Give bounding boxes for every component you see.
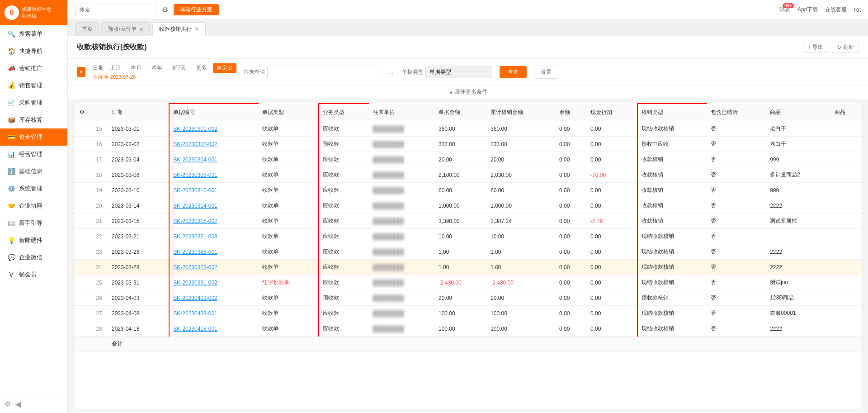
cell-voucher-no[interactable]: SK-20230308-001 — [169, 167, 259, 183]
filter-expand-toggle[interactable]: » — [77, 67, 85, 77]
tab-collection[interactable]: 收款核销执行✕ — [152, 22, 206, 36]
settings-bottom-icon[interactable]: ⚙ — [5, 400, 11, 408]
sidebar-item-sales[interactable]: 💰销售管理 — [0, 77, 67, 94]
messages-icon-wrap[interactable]: 消息 99+ — [779, 6, 790, 14]
date-custom[interactable]: 自定义 — [213, 63, 236, 73]
cell-date: 2023-04-08 — [108, 306, 169, 321]
sidebar-item-guide[interactable]: 📖新手引导 — [0, 214, 67, 232]
sidebar-item-marketing[interactable]: 📣营销推广 — [0, 60, 67, 77]
cell-cash-discount: 0.00 — [587, 275, 637, 290]
th-verify-type: 核销类型 — [637, 104, 707, 121]
cell-goods — [766, 229, 831, 244]
cell-goods2 — [831, 167, 862, 183]
cell-balance: 0.00 — [556, 244, 587, 260]
cell-voucher-no[interactable]: SK-20230310-001 — [169, 183, 259, 198]
topbar-gear-icon[interactable]: ⚙ — [162, 5, 168, 14]
collapse-icon[interactable]: ◀ — [15, 400, 21, 408]
table-row: 282023-04-18SK-20230418-001收款单应收款███████… — [74, 321, 862, 337]
cell-date: 2023-03-28 — [108, 244, 169, 260]
solution-button[interactable]: 体验行业方案 — [174, 4, 219, 15]
online-service-link[interactable]: 在线客服 — [825, 6, 847, 14]
sidebar-item-member[interactable]: V畅会员 — [0, 266, 67, 283]
table-row: 252023-03-31SK-20230331-002红字收款单应收款█████… — [74, 275, 862, 290]
cell-index: 15 — [90, 121, 108, 137]
sidebar-item-purchase[interactable]: 🛒采购管理 — [0, 94, 67, 111]
cell-voucher-no[interactable]: SK-20230301-002 — [169, 121, 259, 137]
sidebar-item-inventory[interactable]: 📦库存核算 — [0, 111, 67, 128]
sidebar-item-basic[interactable]: ℹ️基础信息 — [0, 163, 67, 180]
app-download-link[interactable]: App下载 — [797, 6, 818, 14]
voucher-type-label: 单据类型 — [402, 68, 424, 76]
sidebar-item-corp[interactable]: 🤝企业协同 — [0, 197, 67, 214]
cell-amount: 1.00 — [435, 260, 487, 275]
sidebar-item-operations[interactable]: 📊经营管理 — [0, 146, 67, 163]
refresh-button[interactable]: ↻ 刷新 — [832, 42, 859, 53]
expand-conditions-btn[interactable]: ∨ 展开更多条件 — [449, 88, 487, 96]
user-name: Rit — [854, 7, 861, 13]
tab-close-prepay[interactable]: ✕ — [139, 26, 144, 33]
query-button[interactable]: 查询 — [500, 66, 527, 78]
tab-close-collection[interactable]: ✕ — [194, 26, 199, 32]
date-this-month[interactable]: 本月 — [127, 63, 145, 73]
cell-voucher-no[interactable]: SK-20230328-001 — [169, 244, 259, 260]
cell-verify-type: 收款核销 — [637, 214, 707, 229]
table-row: 262023-04-03SK-20230403-002收款单预收款███████… — [74, 290, 862, 306]
filter-settings-button[interactable]: 设置 — [534, 66, 558, 79]
cell-voucher-no[interactable]: SK-20230314-001 — [169, 198, 259, 214]
th-cash-discount: 现金折扣 — [587, 104, 637, 121]
filter-dots: … — [387, 68, 395, 76]
date-7days[interactable]: 近7天 — [169, 63, 190, 73]
sidebar-item-system[interactable]: ⚙️系统管理 — [0, 180, 67, 197]
cell-amount: 3,390.00 — [435, 214, 487, 229]
cell-voucher-no[interactable]: SK-20230321-003 — [169, 229, 259, 244]
cell-voucher-no[interactable]: SK-20230302-002 — [169, 137, 259, 152]
tab-home[interactable]: 首页 — [75, 22, 99, 36]
voucher-type-select[interactable]: 单据类型 — [425, 66, 492, 78]
cell-cash-discount: -70.00 — [587, 167, 637, 183]
partner-filter: 往来单位 — [244, 66, 379, 78]
cell-index: 19 — [90, 183, 108, 198]
sidebar-item-wechat[interactable]: 💬企业微信 — [0, 249, 67, 266]
cell-index: 18 — [90, 167, 108, 183]
table-header-row: ⚙ 日期 单据编号 单据类型 业务类型 往来单位 单据金额 累计核销金额 余额 … — [74, 104, 862, 121]
cell-verify-type: 现结收款核销 — [637, 306, 707, 321]
date-last-month[interactable]: 上月 — [106, 63, 124, 73]
cell-index: 21 — [90, 214, 108, 229]
cell-actions — [74, 167, 90, 183]
cell-index: 23 — [90, 244, 108, 260]
cell-incl-settled: 否 — [707, 306, 766, 321]
cell-date: 2023-03-21 — [108, 229, 169, 244]
cell-voucher-no[interactable]: SK-20230328-002 — [169, 260, 259, 275]
cell-goods2 — [831, 183, 862, 198]
sidebar-icon-search: 🔍 — [7, 30, 15, 38]
partner-input[interactable] — [267, 66, 379, 78]
date-this-year[interactable]: 本年 — [148, 63, 166, 73]
cell-partner: ████████ — [369, 121, 435, 137]
sidebar-item-quicknav[interactable]: 🏠快捷导航 — [0, 43, 67, 60]
th-amount: 单据金额 — [435, 104, 487, 121]
cell-index: 24 — [90, 260, 108, 275]
th-gear[interactable]: ⚙ — [74, 104, 90, 121]
date-more[interactable]: 更多 — [192, 63, 210, 73]
cell-voucher-no[interactable]: SK-20230331-002 — [169, 275, 259, 290]
cell-voucher-no[interactable]: SK-20230315-002 — [169, 214, 259, 229]
cell-voucher-no[interactable]: SK-20230418-001 — [169, 321, 259, 337]
sidebar-item-finance[interactable]: 💳资金管理 — [0, 128, 67, 146]
cell-voucher-no[interactable]: SK-20230408-001 — [169, 306, 259, 321]
tab-prepay[interactable]: 预收/应付单✕ — [101, 22, 151, 36]
cell-voucher-no[interactable]: SK-20230304-001 — [169, 152, 259, 167]
cell-goods: 2222 — [766, 198, 831, 214]
sidebar-item-hardware[interactable]: 💡智能硬件 — [0, 232, 67, 249]
cell-cash-discount: 0.00 — [587, 137, 637, 152]
cell-goods: 测试jun — [766, 275, 831, 290]
cell-verify-type: 现结收款核销 — [637, 275, 707, 290]
cell-goods: 999 — [766, 183, 831, 198]
cell-voucher-type: 收款单 — [259, 306, 319, 321]
cell-business-type: 应收款 — [319, 306, 369, 321]
tab-label-collection: 收款核销执行 — [159, 25, 192, 33]
cell-balance: 0.00 — [556, 290, 587, 306]
topbar-search-input[interactable] — [75, 4, 156, 16]
sidebar-item-search[interactable]: 🔍搜索菜单 — [0, 25, 67, 43]
cell-voucher-no[interactable]: SK-20230403-002 — [169, 290, 259, 306]
export-button[interactable]: ↑ 导出 — [803, 42, 828, 53]
